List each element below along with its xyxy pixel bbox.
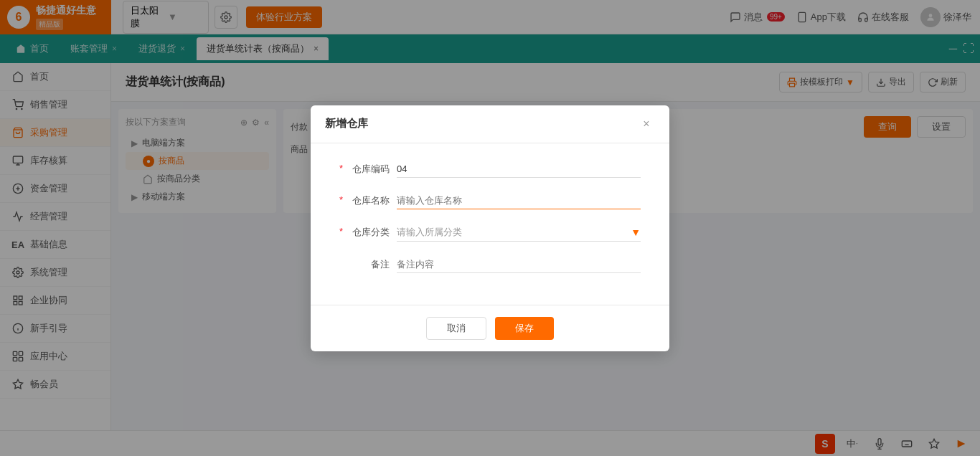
dialog-body: 仓库编码 仓库名称 仓库分类 请输入所属分类 [311, 143, 669, 305]
save-button[interactable]: 保存 [495, 317, 554, 340]
warehouse-name-label: 仓库名称 [339, 194, 397, 207]
dialog-title: 新增仓库 [325, 117, 368, 130]
select-arrow-icon: ▼ [631, 227, 641, 238]
modal-overlay[interactable]: 新增仓库 × 仓库编码 仓库名称 仓库分类 [0, 0, 980, 456]
remark-input[interactable] [397, 256, 641, 273]
warehouse-category-select-wrapper: 请输入所属分类 ▼ [397, 224, 641, 242]
warehouse-code-row: 仓库编码 [339, 161, 641, 178]
dialog-close-button[interactable]: × [638, 115, 655, 133]
cancel-button[interactable]: 取消 [426, 317, 486, 340]
warehouse-code-label: 仓库编码 [339, 163, 397, 176]
dialog-footer: 取消 保存 [311, 305, 669, 351]
dialog-header: 新增仓库 × [311, 105, 669, 143]
warehouse-name-input[interactable] [397, 192, 641, 209]
warehouse-category-label: 仓库分类 [339, 226, 397, 239]
warehouse-category-select[interactable]: 请输入所属分类 [397, 227, 631, 237]
remark-label: 备注 [339, 258, 397, 271]
new-warehouse-dialog: 新增仓库 × 仓库编码 仓库名称 仓库分类 [311, 105, 669, 351]
warehouse-code-input[interactable] [397, 161, 641, 178]
warehouse-category-row: 仓库分类 请输入所属分类 ▼ [339, 224, 641, 242]
remark-row: 备注 [339, 256, 641, 273]
warehouse-name-row: 仓库名称 [339, 192, 641, 209]
